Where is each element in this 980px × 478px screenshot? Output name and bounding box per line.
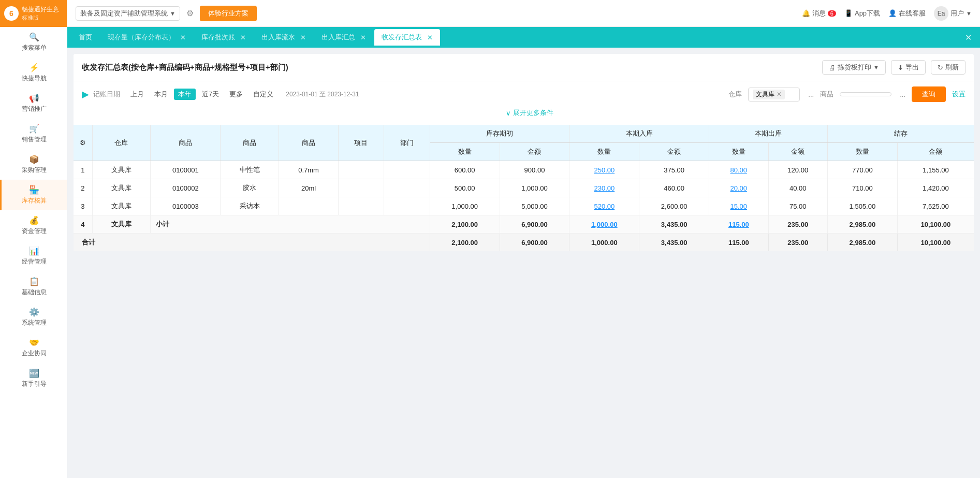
sidebar-item-sales[interactable]: 🛒 销售管理 (0, 119, 67, 149)
subtotal-seq: 4 (74, 215, 92, 234)
tab-inout-flow[interactable]: 出入库流水 ✕ (254, 29, 313, 46)
sidebar-item-system[interactable]: ⚙️ 系统管理 (0, 302, 67, 332)
date-btn-7days[interactable]: 近7天 (198, 89, 223, 100)
warehouse-tag: 文具库 ✕ (753, 90, 785, 99)
cell-goods-code: 0100002 (151, 179, 221, 197)
gear-icon[interactable]: ⚙ (186, 8, 194, 18)
notifications-item[interactable]: 🔔 消息 6 (802, 9, 836, 18)
cell-out-qty[interactable]: 20.00 (709, 179, 768, 197)
footer-out-qty: 115.00 (709, 234, 768, 252)
goods-input[interactable] (840, 92, 891, 96)
footer-closing-qty: 2,985.00 (827, 234, 897, 252)
date-btn-this-month[interactable]: 本月 (150, 89, 172, 100)
page-card: 收发存汇总表(按仓库+商品编码+商品+规格型号+项目+部门) 🖨 拣货板打印 ▼… (74, 54, 974, 251)
close-all-tabs[interactable]: ✕ (961, 33, 976, 42)
cell-in-qty[interactable]: 520.00 (569, 197, 639, 215)
refresh-button[interactable]: ↻ 刷新 (931, 60, 966, 75)
basic-icon: 📋 (29, 277, 39, 286)
sidebar-item-basic[interactable]: 📋 基础信息 (0, 271, 67, 302)
table-row: 3 文具库 0100003 采访本 1,000.00 5,000.00 520.… (74, 197, 974, 215)
date-range: 2023-01-01 至 2023-12-31 (286, 90, 359, 99)
subtotal-in-qty[interactable]: 1,000.00 (569, 215, 639, 234)
filter-section-inner: ▶ 记账日期 上月 本月 本年 近7天 更多 自定义 (82, 86, 966, 120)
footer-in-amt: 3,435.00 (639, 234, 709, 252)
footer-label: 合计 (74, 234, 430, 252)
sidebar-item-finance[interactable]: 💰 资金管理 (0, 210, 67, 241)
flash-icon: ⚡ (29, 63, 39, 73)
dropdown-arrow: ▼ (873, 64, 879, 70)
tab-close-inout-flow[interactable]: ✕ (300, 34, 306, 41)
expand-button[interactable]: ∨ 展开更多条件 (500, 106, 560, 120)
table-row: 2 文具库 0100002 胶水 20ml 500.00 1,000.00 23… (74, 179, 974, 197)
system-selector[interactable]: 装备及固定资产辅助管理系统 ▼ (76, 6, 180, 21)
filter-content: 记账日期 上月 本月 本年 近7天 更多 自定义 2023-01-01 至 20… (93, 86, 966, 120)
purchase-icon: 📦 (29, 154, 39, 164)
date-btn-last-month[interactable]: 上月 (126, 89, 148, 100)
sidebar-item-search[interactable]: 🔍 搜索菜单 (0, 27, 67, 57)
export-button[interactable]: ⬇ 导出 (891, 60, 926, 75)
user-item[interactable]: Ea 用户 ▼ (934, 6, 972, 21)
cell-in-qty[interactable]: 250.00 (569, 161, 639, 179)
tab-close-inventory-dist[interactable]: ✕ (180, 34, 186, 41)
cell-goods-code: 0100001 (151, 161, 221, 179)
trial-button[interactable]: 体验行业方案 (200, 6, 257, 21)
cell-closing-amt: 1,155.00 (897, 161, 974, 179)
online-service-item[interactable]: 👤 在线客服 (888, 9, 926, 18)
cell-closing-qty: 770.00 (827, 161, 897, 179)
tab-close-batch[interactable]: ✕ (240, 34, 246, 41)
subtotal-out-qty[interactable]: 115.00 (709, 215, 768, 234)
goods-more[interactable]: ... (900, 91, 905, 98)
cell-opening-qty: 600.00 (430, 161, 500, 179)
warehouse-input[interactable]: 文具库 ✕ (748, 88, 800, 102)
filter-arrow[interactable]: ▶ (82, 86, 93, 100)
cell-department (384, 179, 430, 197)
th-settings[interactable]: ⚙ (74, 125, 92, 161)
query-button[interactable]: 查询 (912, 86, 946, 102)
collab-icon: 🤝 (29, 338, 39, 347)
logo-text: 畅捷通好生意 标准版 (22, 6, 59, 21)
cell-out-qty[interactable]: 80.00 (709, 161, 768, 179)
cell-opening-qty: 500.00 (430, 179, 500, 197)
sidebar-item-guide[interactable]: 🆕 新手引导 (0, 363, 67, 394)
cell-out-qty[interactable]: 15.00 (709, 197, 768, 215)
cell-seq: 2 (74, 179, 92, 197)
tab-receipt-summary[interactable]: 收发存汇总表 ✕ (374, 29, 440, 46)
cell-in-qty[interactable]: 230.00 (569, 179, 639, 197)
sidebar-item-collab[interactable]: 🤝 企业协同 (0, 332, 67, 363)
cell-opening-amt: 1,000.00 (500, 179, 569, 197)
cell-closing-qty: 1,505.00 (827, 197, 897, 215)
th-in-amt: 金额 (639, 143, 709, 161)
sidebar-item-quicknav[interactable]: ⚡ 快捷导航 (0, 57, 67, 88)
table-row: 1 文具库 0100001 中性笔 0.7mm 600.00 900.00 25… (74, 161, 974, 179)
warehouse-more[interactable]: ... (808, 91, 814, 98)
date-btn-custom[interactable]: 自定义 (249, 89, 277, 100)
date-btn-this-year[interactable]: 本年 (174, 89, 196, 100)
sidebar-item-operations[interactable]: 📊 经营管理 (0, 241, 67, 271)
tab-close-receipt-summary[interactable]: ✕ (427, 34, 433, 41)
warehouse-label: 仓库 (728, 90, 742, 99)
th-department: 部门 (384, 125, 430, 161)
warehouse-tag-close[interactable]: ✕ (777, 91, 782, 98)
sidebar-item-inventory[interactable]: 🏪 库存核算 (0, 180, 67, 210)
sidebar-item-purchase[interactable]: 📦 采购管理 (0, 149, 67, 180)
chevron-down-icon: ∨ (506, 109, 511, 117)
sidebar: 6 畅捷通好生意 标准版 🔍 搜索菜单 ⚡ 快捷导航 📢 营销推广 🛒 销售管理… (0, 0, 67, 478)
date-btn-more[interactable]: 更多 (225, 89, 247, 100)
app-download-item[interactable]: 📱 App下载 (844, 9, 880, 18)
subtotal-row: 4 文具库 小计 2,100.00 6,900.00 1,000.00 3,43… (74, 215, 974, 234)
sidebar-item-marketing[interactable]: 📢 营销推广 (0, 88, 67, 119)
tab-inout-summary[interactable]: 出入库汇总 ✕ (314, 29, 373, 46)
cell-warehouse: 文具库 (92, 161, 151, 179)
tab-home[interactable]: 首页 (71, 29, 99, 46)
th-warehouse: 仓库 (92, 125, 151, 161)
th-goods-code: 商品 (151, 125, 221, 161)
print-button[interactable]: 🖨 拣货板打印 ▼ (822, 60, 886, 75)
cell-opening-amt: 5,000.00 (500, 197, 569, 215)
cell-goods-spec: 20ml (279, 179, 338, 197)
tab-inventory-dist[interactable]: 现存量（库存分布表） ✕ (100, 29, 193, 46)
settings-link[interactable]: 设置 (952, 90, 966, 99)
tab-close-inout-summary[interactable]: ✕ (360, 34, 366, 41)
tab-batch[interactable]: 库存批次账 ✕ (194, 29, 253, 46)
th-out-amt: 金额 (768, 143, 827, 161)
data-table: ⚙ 仓库 商品 商品 商品 项目 部门 库存期初 本期入库 本期出库 结存 (74, 125, 974, 251)
